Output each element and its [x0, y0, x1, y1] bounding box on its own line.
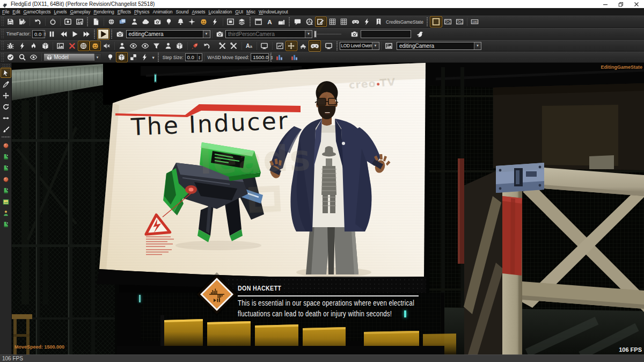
- rotate-tool-button[interactable]: [1, 102, 11, 112]
- wasd-speed-value-spinbox[interactable]: 1500.0▲▼: [251, 53, 269, 61]
- npc-mode-button[interactable]: [90, 41, 101, 51]
- move-tool-button[interactable]: [1, 90, 11, 100]
- actor-b-button[interactable]: [163, 41, 174, 51]
- menu-levels[interactable]: Levels: [52, 9, 68, 15]
- bird-button[interactable]: [414, 29, 426, 39]
- aspect-16-10-button[interactable]: 16:10: [453, 17, 465, 27]
- mute-actors-button[interactable]: [101, 41, 113, 51]
- view-image-button[interactable]: [55, 41, 67, 51]
- toolbar-grip[interactable]: [1, 29, 4, 39]
- menu-gui[interactable]: GUI: [233, 9, 245, 15]
- cutscene-button[interactable]: [304, 17, 316, 27]
- camera-a-button[interactable]: [114, 29, 126, 39]
- debug-flame-button[interactable]: [28, 41, 40, 51]
- camera-c-button[interactable]: [349, 29, 361, 39]
- aspect-free-button[interactable]: [430, 16, 442, 27]
- timefactor-value[interactable]: 0.0: [33, 31, 43, 37]
- menu-effects[interactable]: Effects: [116, 9, 133, 15]
- spawn-character-button[interactable]: [129, 17, 141, 27]
- new-document-button[interactable]: [90, 17, 102, 27]
- wasd-speed-value-arrows[interactable]: ▲▼: [270, 54, 273, 61]
- delete-button[interactable]: [67, 41, 78, 51]
- grid-b-button[interactable]: [338, 17, 350, 27]
- screenshot-button[interactable]: [62, 17, 74, 27]
- power-button[interactable]: [47, 17, 59, 27]
- globe-mode-button[interactable]: [78, 41, 90, 51]
- stepsize-value[interactable]: 0.0: [186, 54, 197, 60]
- gamepad-control-button[interactable]: [309, 40, 321, 52]
- font-settings-button[interactable]: Aa: [244, 41, 255, 51]
- menu-gameobjects[interactable]: GameObjects: [22, 9, 53, 15]
- menu-sound[interactable]: Sound: [174, 9, 190, 15]
- rocket-button[interactable]: [189, 41, 201, 51]
- render-camera-select[interactable]: editingCamera▼: [397, 42, 481, 50]
- menu-rendering[interactable]: Rendering: [92, 9, 115, 15]
- gui-font-button[interactable]: A: [264, 17, 276, 27]
- tools-b-button[interactable]: [228, 41, 240, 51]
- model-mode-select[interactable]: Model▼: [43, 53, 101, 61]
- spawn-camera-button[interactable]: [152, 17, 164, 27]
- gui-scene-button[interactable]: [276, 17, 288, 27]
- model-mode-select-arrow[interactable]: ▼: [94, 54, 101, 61]
- edit-gamestate-button[interactable]: [315, 17, 327, 27]
- debug-box-button[interactable]: [40, 41, 52, 51]
- save-button[interactable]: [5, 17, 17, 27]
- undo-button[interactable]: [32, 17, 43, 27]
- spawn-bolt-button[interactable]: [209, 17, 221, 27]
- texture-marker-button[interactable]: [1, 197, 11, 207]
- play-game-button[interactable]: [97, 28, 109, 40]
- lighting-button[interactable]: [105, 52, 116, 62]
- stepsize-value-arrows[interactable]: ▲▼: [197, 54, 202, 61]
- select-tool-button[interactable]: [1, 68, 11, 78]
- monitor-a-button[interactable]: [259, 41, 270, 51]
- viewport-3d[interactable]: The Inducer leads creoTV EditingGameStat…: [12, 63, 644, 354]
- menu-windowlayout[interactable]: WindowLayout: [257, 9, 290, 15]
- show-eye-a-button[interactable]: [128, 41, 140, 51]
- walk-marker-a-button[interactable]: [1, 151, 11, 162]
- wasd-speed-value[interactable]: 1500.0: [251, 54, 270, 60]
- menu-edit[interactable]: Edit: [11, 9, 21, 15]
- title-bar[interactable]: FledgEd (DX11, 64Bit) (Perforce Revision…: [0, 0, 644, 8]
- stats-chart-button[interactable]: [274, 41, 286, 51]
- visibility-button[interactable]: [28, 52, 40, 62]
- spawn-npc-button[interactable]: [198, 17, 210, 27]
- layers-button[interactable]: [236, 17, 248, 27]
- show-eye-b-button[interactable]: [140, 41, 151, 51]
- resolution-1080-button[interactable]: 1080: [469, 17, 481, 27]
- menu-physics[interactable]: Physics: [133, 9, 151, 15]
- third-person-camera-select-arrow[interactable]: ▼: [305, 31, 312, 38]
- minimize-button[interactable]: [597, 0, 613, 8]
- picker-tool-button[interactable]: [1, 79, 11, 89]
- menu-gameplay[interactable]: Gameplay: [68, 9, 92, 15]
- walk-marker-d-button[interactable]: [1, 219, 11, 229]
- cards-button[interactable]: [117, 17, 129, 27]
- render-target-button[interactable]: [383, 41, 395, 51]
- paint-tool-button[interactable]: [1, 124, 11, 134]
- prop-box-button[interactable]: [174, 41, 186, 51]
- walk-marker-b-button[interactable]: [1, 163, 11, 173]
- move-gizmo-button[interactable]: [286, 41, 297, 51]
- creature-button[interactable]: [297, 41, 309, 51]
- monitor-b-button[interactable]: [323, 41, 335, 51]
- editing-camera-select[interactable]: editingCamera▼: [126, 30, 210, 38]
- spawn-cloud-button[interactable]: [140, 17, 152, 27]
- fast-forward-button[interactable]: [81, 29, 93, 39]
- left-toolbar-grip[interactable]: [2, 64, 10, 67]
- marker-red-b-button[interactable]: [1, 174, 11, 184]
- menu-misc[interactable]: Misc: [245, 9, 257, 15]
- spawn-sphere-button[interactable]: [106, 17, 118, 27]
- menu-file[interactable]: File: [1, 9, 11, 15]
- filter-funnel-button[interactable]: [151, 41, 163, 51]
- camera-filter-input[interactable]: [361, 30, 411, 38]
- spawn-light-button[interactable]: [163, 17, 175, 27]
- close-button[interactable]: [628, 0, 644, 8]
- undo-scene-button[interactable]: [201, 41, 213, 51]
- play-button[interactable]: [69, 29, 81, 39]
- toolbar-grip[interactable]: [1, 53, 4, 62]
- save-as-button[interactable]: [17, 17, 28, 27]
- render-camera-select-arrow[interactable]: ▼: [474, 42, 481, 49]
- step-back-button[interactable]: [58, 29, 70, 39]
- marker-red-a-button[interactable]: [1, 140, 11, 150]
- pause-button[interactable]: [46, 29, 58, 39]
- speed-bolt-button[interactable]: [139, 52, 151, 62]
